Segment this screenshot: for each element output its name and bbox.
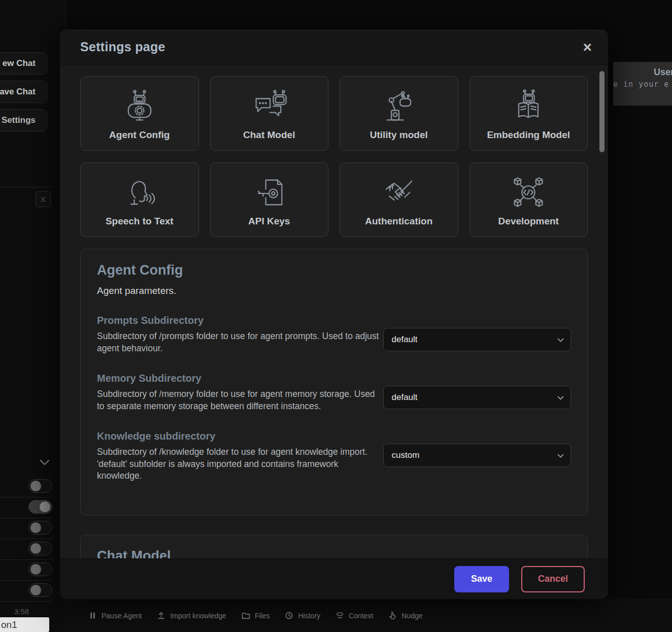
key-document-icon <box>250 173 288 212</box>
modal-scroll-area: Agent Config Chat Model <box>60 65 608 558</box>
field-label: Memory Subdirectory <box>97 373 383 384</box>
context-button[interactable]: Context <box>335 611 373 620</box>
memory-subdirectory-select[interactable]: default <box>383 386 571 409</box>
chat-robot-icon <box>250 87 288 125</box>
field-label: Knowledge subdirectory <box>97 430 383 442</box>
agent-config-section: Agent Config Agent parameters. Prompts S… <box>80 249 588 515</box>
nudge-button[interactable]: Nudge <box>388 611 422 620</box>
code-cubes-icon <box>509 173 548 212</box>
settings-modal: Settings page × Agent Config <box>60 29 608 599</box>
toggle-row-divider <box>0 539 53 539</box>
speaking-face-icon <box>120 173 159 212</box>
chevron-down-icon[interactable] <box>40 459 50 465</box>
sidebar-toggle-1[interactable] <box>28 479 52 493</box>
memory-subdirectory-field: Memory Subdirectory Subdirectory of /mem… <box>97 373 571 412</box>
sidebar-toggle-3[interactable] <box>28 521 52 535</box>
robot-book-icon <box>509 87 548 125</box>
section-title: Chat Model <box>97 548 571 558</box>
status-tooltip: on1 <box>0 617 49 632</box>
chevron-down-icon <box>557 396 564 400</box>
settings-tab-utility-model[interactable]: Utility model <box>340 76 458 151</box>
upload-icon <box>157 611 165 620</box>
files-button[interactable]: Files <box>242 611 270 620</box>
close-icon[interactable]: × <box>583 40 592 55</box>
settings-tab-chat-model[interactable]: Chat Model <box>210 76 329 151</box>
sidebar-toggle-2[interactable] <box>28 500 52 514</box>
robot-arm-icon <box>380 87 418 125</box>
toggle-row-divider <box>0 497 53 497</box>
import-knowledge-button[interactable]: Import knowledge <box>157 611 226 620</box>
modal-footer: Save Cancel <box>60 558 608 599</box>
prompts-subdirectory-select[interactable]: default <box>383 328 571 351</box>
folder-icon <box>242 611 250 620</box>
field-description: Subdirectory of /prompts folder to use f… <box>97 330 383 354</box>
section-subtitle: Agent parameters. <box>97 285 571 296</box>
toggle-row-divider <box>0 518 53 518</box>
pointing-hand-icon <box>388 611 397 620</box>
bottom-toolbar: Pause Agent Import knowledge Files Histo… <box>66 599 672 632</box>
sidebar-toggle-4[interactable] <box>28 542 52 555</box>
close-chat-tab-button[interactable]: X <box>36 191 51 207</box>
pause-agent-button[interactable]: Pause Agent <box>88 611 142 620</box>
settings-tab-agent-config[interactable]: Agent Config <box>80 76 199 151</box>
chat-model-section: Chat Model <box>80 535 588 558</box>
knowledge-subdirectory-select[interactable]: custom <box>383 444 571 467</box>
timer-text: 3:58 <box>14 607 29 616</box>
save-chat-label: ave Chat <box>0 87 36 97</box>
settings-tab-authentication[interactable]: Authentication <box>340 162 458 237</box>
new-chat-label: ew Chat <box>3 58 36 69</box>
settings-category-grid: Agent Config Chat Model <box>80 76 588 237</box>
settings-tab-speech-to-text[interactable]: Speech to Text <box>80 162 199 237</box>
cancel-button[interactable]: Cancel <box>521 566 585 592</box>
sidebar-toggle-6[interactable] <box>28 583 52 597</box>
toggle-row-divider <box>0 580 53 581</box>
settings-tab-embedding-model[interactable]: Embedding Model <box>469 76 588 151</box>
modal-header: Settings page × <box>60 29 608 65</box>
field-description: Subdirectory of /knowledge folder to use… <box>97 446 383 482</box>
chevron-down-icon <box>557 338 564 342</box>
modal-title: Settings page <box>80 40 165 54</box>
save-chat-button[interactable]: ave Chat <box>0 81 47 103</box>
settings-tab-api-keys[interactable]: API Keys <box>210 162 329 237</box>
user-message-heading: User <box>613 67 672 78</box>
robot-gear-icon <box>120 87 159 125</box>
user-message-bubble: User e in your e <box>613 62 672 106</box>
history-button[interactable]: History <box>285 611 320 620</box>
left-sidebar: ew Chat ave Chat Settings X 3:58 on1 <box>0 0 66 632</box>
toggle-row-divider <box>0 601 53 602</box>
toggle-row-divider <box>0 559 53 560</box>
chevron-down-icon <box>557 454 564 458</box>
modal-scrollbar-thumb[interactable] <box>599 71 604 152</box>
sidebar-toggle-5[interactable] <box>28 562 52 576</box>
new-chat-button[interactable]: ew Chat <box>0 52 47 75</box>
settings-button[interactable]: Settings <box>0 109 47 131</box>
save-button[interactable]: Save <box>454 566 509 592</box>
sidebar-divider <box>0 187 54 187</box>
handshake-icon <box>380 173 418 212</box>
field-description: Subdirectory of /memory folder to use fo… <box>97 388 383 412</box>
user-message-text: e in your e <box>613 80 672 89</box>
prompts-subdirectory-field: Prompts Subdirectory Subdirectory of /pr… <box>97 315 571 354</box>
context-stack-icon <box>335 611 344 620</box>
clock-icon <box>285 611 293 620</box>
settings-label: Settings <box>2 115 36 125</box>
section-title: Agent Config <box>97 262 571 278</box>
field-label: Prompts Subdirectory <box>97 315 383 326</box>
pause-icon <box>88 611 97 620</box>
knowledge-subdirectory-field: Knowledge subdirectory Subdirectory of /… <box>97 430 571 482</box>
settings-tab-development[interactable]: Development <box>469 162 588 237</box>
